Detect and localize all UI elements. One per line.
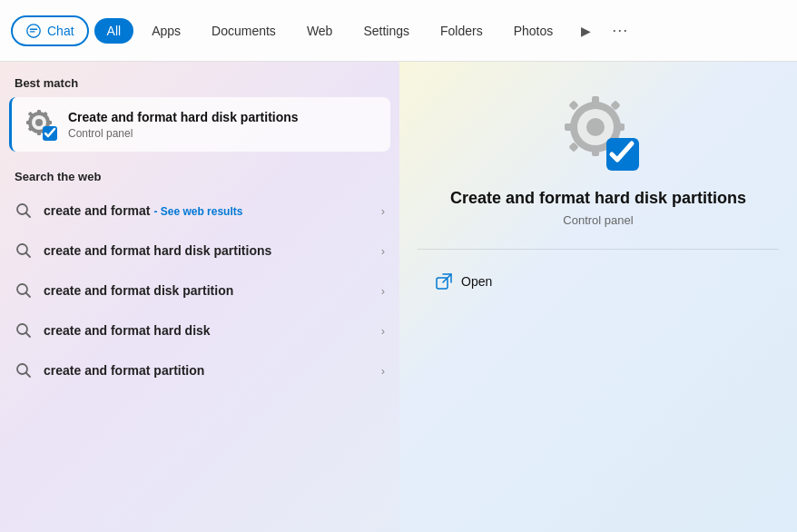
open-button[interactable]: Open xyxy=(418,268,779,295)
svg-rect-4 xyxy=(37,110,41,114)
best-match-label: Best match xyxy=(0,62,399,97)
svg-rect-28 xyxy=(565,123,576,131)
web-item-bold-4: partition xyxy=(150,363,204,378)
search-icon-4 xyxy=(15,361,33,379)
svg-rect-27 xyxy=(592,145,599,156)
more-icon: ··· xyxy=(612,21,628,40)
web-item-normal-4: create and format xyxy=(44,363,150,378)
disk-partition-icon xyxy=(25,108,57,141)
photos-label: Photos xyxy=(514,24,554,38)
chevron-right-icon-4: › xyxy=(381,364,385,378)
nav-next-button[interactable]: ▶ xyxy=(571,16,600,45)
right-panel: Create and format hard disk partitions C… xyxy=(399,62,797,532)
search-web-label: Search the web xyxy=(0,155,399,191)
web-item-3[interactable]: create and format hard disk › xyxy=(0,310,399,350)
open-button-label: Open xyxy=(461,274,492,289)
folders-filter-button[interactable]: Folders xyxy=(428,18,496,44)
web-item-normal-0: create and format xyxy=(44,203,150,218)
web-item-see-0: - See web results xyxy=(153,205,242,218)
chat-button[interactable]: Chat xyxy=(11,15,89,46)
web-item-text-3: create and format hard disk xyxy=(44,323,370,338)
web-item-2[interactable]: create and format disk partition › xyxy=(0,271,399,310)
svg-line-20 xyxy=(26,333,31,338)
right-title-normal: Create and format xyxy=(450,189,590,207)
app-large-icon xyxy=(557,89,639,171)
web-item-bold-2: disk partition xyxy=(150,283,233,298)
web-item-normal-1: create and format xyxy=(44,243,150,258)
web-item-4[interactable]: create and format partition › xyxy=(0,350,399,390)
web-item-text-0: create and format - See web results xyxy=(44,203,370,218)
right-title-bold: hard disk partitions xyxy=(590,189,746,207)
apps-filter-button[interactable]: Apps xyxy=(139,18,193,44)
best-match-item[interactable]: Create and format hard disk partitions C… xyxy=(9,97,390,152)
all-label: All xyxy=(107,24,122,38)
chat-label: Chat xyxy=(47,24,74,38)
search-icon-3 xyxy=(15,321,33,340)
nav-more-button[interactable]: ··· xyxy=(605,16,635,45)
svg-line-14 xyxy=(26,213,31,218)
right-arrow-icon: ▶ xyxy=(581,24,591,38)
best-match-title-normal: Create and format xyxy=(68,110,177,124)
svg-line-22 xyxy=(26,373,31,378)
chevron-right-icon-3: › xyxy=(381,324,385,338)
web-item-text-2: create and format disk partition xyxy=(44,283,370,298)
chat-icon xyxy=(25,23,42,39)
svg-line-16 xyxy=(26,253,31,258)
svg-line-18 xyxy=(26,293,31,298)
svg-rect-26 xyxy=(592,96,599,107)
best-match-title-bold: hard disk partitions xyxy=(177,110,299,124)
svg-point-0 xyxy=(27,24,40,36)
all-filter-button[interactable]: All xyxy=(94,18,134,44)
documents-filter-button[interactable]: Documents xyxy=(199,18,289,44)
topbar: Chat All Apps Documents Web Settings Fol… xyxy=(0,0,797,62)
apps-label: Apps xyxy=(152,24,181,38)
chevron-right-icon-2: › xyxy=(381,284,385,298)
chevron-right-icon-1: › xyxy=(381,244,385,258)
web-filter-button[interactable]: Web xyxy=(294,18,346,44)
svg-rect-5 xyxy=(37,131,41,135)
main-content: Best match xyxy=(0,62,797,532)
search-icon-1 xyxy=(15,241,33,260)
svg-rect-6 xyxy=(26,121,31,124)
settings-filter-button[interactable]: Settings xyxy=(350,18,422,44)
photos-filter-button[interactable]: Photos xyxy=(501,18,566,44)
web-item-bold-3: hard disk xyxy=(150,323,210,338)
web-item-normal-3: create and format xyxy=(44,323,150,338)
best-match-subtitle: Control panel xyxy=(68,127,378,140)
right-app-title: Create and format hard disk partitions xyxy=(450,189,746,208)
documents-label: Documents xyxy=(212,24,276,38)
chevron-right-icon-0: › xyxy=(381,204,385,218)
right-divider xyxy=(418,249,779,250)
open-external-icon xyxy=(436,273,452,290)
web-label: Web xyxy=(307,24,333,38)
best-match-text: Create and format hard disk partitions C… xyxy=(68,109,378,140)
web-item-0[interactable]: create and format - See web results › xyxy=(0,191,399,231)
web-item-normal-2: create and format xyxy=(44,283,150,298)
settings-label: Settings xyxy=(363,24,409,38)
svg-point-25 xyxy=(586,118,605,136)
best-match-title: Create and format hard disk partitions xyxy=(68,109,378,125)
search-icon-2 xyxy=(15,281,33,300)
svg-rect-29 xyxy=(614,123,625,131)
svg-rect-30 xyxy=(568,100,578,110)
svg-point-3 xyxy=(35,119,43,126)
web-item-text-4: create and format partition xyxy=(44,363,370,378)
right-app-subtitle: Control panel xyxy=(563,213,633,227)
search-icon-0 xyxy=(15,202,33,220)
web-item-1[interactable]: create and format hard disk partitions › xyxy=(0,231,399,271)
web-results-list: create and format - See web results › cr… xyxy=(0,191,399,390)
left-panel: Best match xyxy=(0,62,399,532)
folders-label: Folders xyxy=(440,24,483,38)
web-item-text-1: create and format hard disk partitions xyxy=(44,243,370,258)
web-item-bold-1: hard disk partitions xyxy=(150,243,271,258)
svg-rect-7 xyxy=(47,121,52,124)
